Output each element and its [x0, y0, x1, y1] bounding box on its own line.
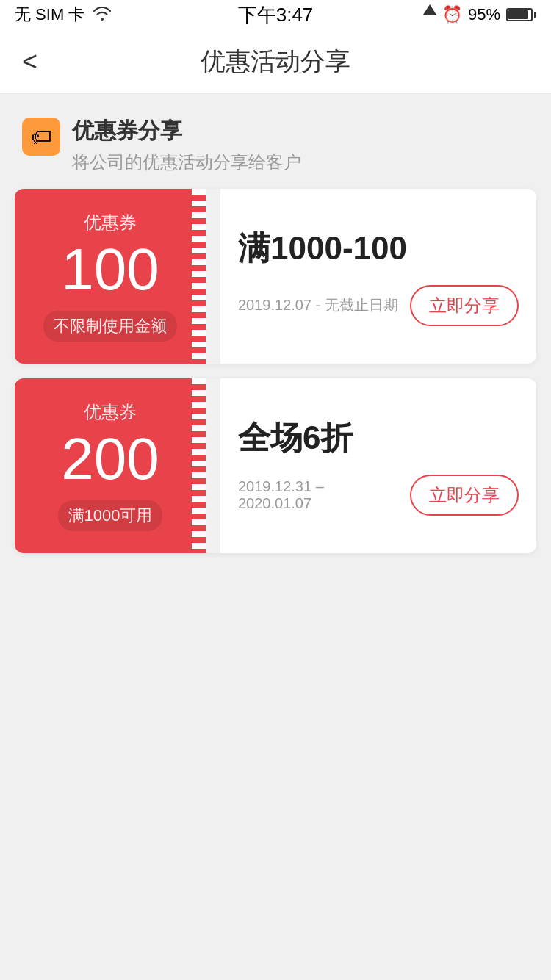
coupon-card-2: 优惠券 200 满1000可用 全场6折 2019.12.31 – 2020.0…: [15, 378, 536, 553]
section-icon: 🏷: [22, 118, 60, 156]
coupon-left-2: 优惠券 200 满1000可用: [15, 378, 206, 553]
carrier-text: 无 SIM 卡: [15, 4, 84, 26]
notch-top-1: [206, 189, 220, 199]
coupon-label-2: 优惠券: [84, 400, 137, 424]
coupon-bottom-2: 2019.12.31 – 2020.01.07 立即分享: [238, 475, 519, 516]
section-text: 优惠券分享 将公司的优惠活动分享给客户: [72, 116, 301, 174]
notch-bottom-1: [206, 353, 220, 364]
status-time: 下午3:47: [238, 2, 314, 28]
status-bar: 无 SIM 卡 下午3:47 ⏰ 95%: [0, 0, 551, 29]
coupon-right-1: 满1000-100 2019.12.07 - 无截止日期 立即分享: [220, 189, 536, 364]
coupon-left-1: 优惠券 100 不限制使用金额: [15, 189, 206, 364]
section-desc: 将公司的优惠活动分享给客户: [72, 151, 301, 174]
wifi-icon: [92, 4, 112, 25]
share-button-1[interactable]: 立即分享: [410, 285, 519, 326]
back-button[interactable]: <: [22, 46, 37, 77]
share-button-2[interactable]: 立即分享: [410, 475, 519, 516]
notch-bottom-2: [206, 543, 220, 553]
coupon-bottom-1: 2019.12.07 - 无截止日期 立即分享: [238, 285, 519, 326]
status-left: 无 SIM 卡: [15, 4, 112, 26]
coupon-separator-1: [206, 189, 220, 364]
coupon-separator-2: [206, 378, 220, 553]
coupon-date-2: 2019.12.31 – 2020.01.07: [238, 478, 401, 512]
notch-top-2: [206, 378, 220, 389]
coupon-date-1: 2019.12.07 - 无截止日期: [238, 295, 401, 315]
coupon-condition-2: 满1000可用: [58, 500, 163, 531]
nav-bar: < 优惠活动分享: [0, 29, 551, 94]
coupon-amount-1: 100: [61, 240, 159, 299]
alarm-icon: ⏰: [442, 5, 462, 24]
section-header: 🏷 优惠券分享 将公司的优惠活动分享给客户: [0, 94, 551, 189]
coupon-list: 优惠券 100 不限制使用金额 满1000-100 2019.12.07 - 无…: [0, 189, 551, 568]
location-icon: [423, 4, 436, 25]
coupon-title-1: 满1000-100: [238, 227, 519, 270]
background-fill: [0, 568, 551, 862]
status-right: ⏰ 95%: [423, 4, 536, 25]
section-title: 优惠券分享: [72, 116, 301, 146]
coupon-amount-2: 200: [61, 430, 159, 489]
coupon-right-2: 全场6折 2019.12.31 – 2020.01.07 立即分享: [220, 378, 536, 553]
battery-percent: 95%: [468, 5, 500, 24]
coupon-card-1: 优惠券 100 不限制使用金额 满1000-100 2019.12.07 - 无…: [15, 189, 536, 364]
coupon-condition-1: 不限制使用金额: [43, 311, 177, 342]
coupon-label-1: 优惠券: [84, 211, 137, 234]
battery-icon: [506, 8, 536, 21]
coupon-title-2: 全场6折: [238, 417, 519, 460]
page-title: 优惠活动分享: [201, 45, 350, 79]
